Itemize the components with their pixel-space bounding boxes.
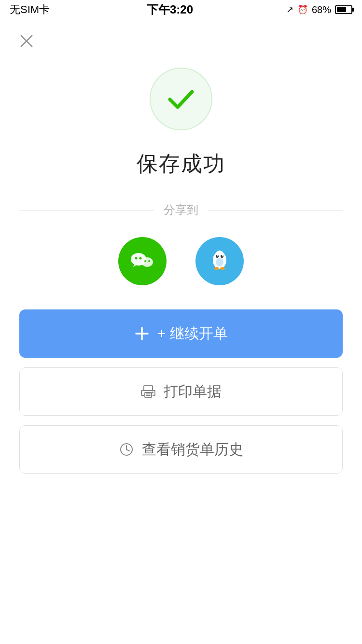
share-label: 分享到 bbox=[164, 202, 198, 218]
plus-icon bbox=[134, 326, 150, 341]
svg-point-24 bbox=[152, 392, 153, 393]
close-button[interactable] bbox=[14, 29, 39, 53]
share-icons bbox=[19, 237, 343, 285]
svg-point-7 bbox=[148, 260, 150, 262]
main-content: 保存成功 分享到 bbox=[0, 58, 362, 644]
status-bar: 无SIM卡 下午3:20 ↗ ⏰ 68% bbox=[0, 0, 362, 19]
svg-point-13 bbox=[222, 255, 223, 256]
svg-point-4 bbox=[135, 257, 138, 260]
close-area bbox=[0, 19, 362, 58]
svg-point-10 bbox=[216, 255, 219, 258]
history-label: 查看销货单历史 bbox=[142, 440, 243, 460]
svg-point-11 bbox=[221, 255, 223, 258]
qq-share-button[interactable] bbox=[195, 237, 244, 285]
battery-indicator bbox=[335, 5, 352, 14]
success-icon bbox=[150, 68, 212, 130]
svg-point-12 bbox=[217, 255, 218, 256]
history-button[interactable]: 查看销货单历史 bbox=[19, 425, 343, 474]
location-icon: ↗ bbox=[286, 4, 293, 15]
continue-button[interactable]: + 继续开单 bbox=[19, 309, 343, 358]
print-button[interactable]: 打印单据 bbox=[19, 367, 343, 416]
svg-point-17 bbox=[216, 258, 223, 266]
share-section: 分享到 bbox=[19, 202, 343, 285]
status-carrier: 无SIM卡 bbox=[10, 2, 54, 17]
svg-point-6 bbox=[144, 260, 146, 262]
carrier-text: 无SIM卡 bbox=[10, 2, 50, 17]
wechat-share-button[interactable] bbox=[118, 237, 167, 285]
share-divider: 分享到 bbox=[19, 202, 343, 218]
status-time: 下午3:20 bbox=[147, 2, 193, 17]
print-label: 打印单据 bbox=[164, 382, 222, 402]
printer-icon bbox=[140, 384, 156, 399]
alarm-icon: ⏰ bbox=[297, 4, 308, 15]
action-buttons: + 继续开单 打印单据 查看销货单历史 bbox=[19, 309, 343, 474]
svg-point-15 bbox=[214, 267, 219, 270]
battery-percent: 68% bbox=[312, 4, 331, 15]
svg-point-5 bbox=[139, 257, 142, 260]
svg-point-3 bbox=[141, 257, 153, 267]
success-title: 保存成功 bbox=[137, 150, 225, 178]
svg-point-16 bbox=[220, 267, 225, 270]
status-right: ↗ ⏰ 68% bbox=[286, 4, 352, 15]
svg-rect-20 bbox=[144, 386, 153, 391]
history-icon bbox=[119, 442, 134, 457]
continue-label: + 继续开单 bbox=[157, 324, 228, 344]
